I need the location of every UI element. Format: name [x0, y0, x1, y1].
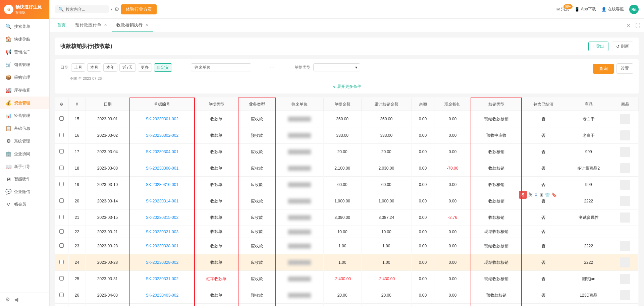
col-checkbox[interactable]: [55, 177, 68, 193]
page-content: 收款核销执行(按收款) ↑ 导出 ↺ 刷新 日期 上月 本月: [50, 32, 644, 306]
col-checkbox[interactable]: [55, 144, 68, 160]
date-btn-7days[interactable]: 近7天: [119, 63, 136, 72]
col-checkbox[interactable]: [55, 193, 68, 209]
user-avatar[interactable]: Rit: [629, 5, 639, 14]
doc-no-link[interactable]: SK-20230308-001: [146, 166, 178, 171]
col-checkbox[interactable]: [55, 160, 68, 177]
doc-no-link[interactable]: SK-20230403-002: [146, 293, 178, 298]
col-checkbox[interactable]: [55, 238, 68, 254]
topbar-gear-icon[interactable]: ⚙: [114, 6, 119, 12]
doc-no-link[interactable]: SK-20230304-001: [146, 149, 178, 154]
settings-bottom-icon[interactable]: ⚙: [5, 296, 10, 303]
doc-no-link[interactable]: SK-20230314-001: [146, 199, 178, 203]
doc-no-link[interactable]: SK-20230321-003: [146, 230, 178, 234]
sidebar-item-member[interactable]: V 畅会员: [0, 198, 49, 210]
refresh-button[interactable]: ↺ 刷新: [612, 42, 633, 51]
row-checkbox[interactable]: [59, 229, 64, 234]
unit-filter-input[interactable]: [191, 63, 251, 71]
export-button[interactable]: ↑ 导出: [588, 42, 608, 51]
row-checkbox[interactable]: [59, 276, 64, 281]
table-container[interactable]: ⚙ # 日期 单据编号 单据类型 业务类型 往来单位 单据金额 累计核销金额 余…: [55, 98, 639, 306]
date-btn-this-year[interactable]: 本年: [103, 63, 117, 72]
sidebar-item-wechat[interactable]: 💬 企业微信: [0, 185, 49, 198]
message-button[interactable]: ✉ 消息 99+: [556, 6, 569, 12]
col-product-img: [612, 111, 639, 127]
row-checkbox[interactable]: [59, 149, 64, 154]
col-no: 24: [68, 254, 86, 271]
collapse-icon[interactable]: ◀: [14, 296, 18, 303]
row-checkbox[interactable]: [59, 243, 64, 248]
sidebar-item-basic-info[interactable]: 📋 基础信息: [0, 122, 49, 135]
doc-no-link[interactable]: SK-20230331-002: [146, 277, 178, 281]
row-checkbox[interactable]: [59, 133, 64, 137]
app-download-button[interactable]: 📱 App下载: [575, 6, 596, 12]
col-checkbox[interactable]: [55, 226, 68, 238]
col-biztype: 应收款: [238, 209, 275, 226]
doc-no-link[interactable]: SK-20230328-001: [146, 244, 178, 248]
doc-no-link[interactable]: SK-20230328-002: [146, 260, 178, 265]
date-btn-last-month[interactable]: 上月: [71, 63, 85, 72]
sidebar-item-search-menu[interactable]: 🔍 搜索菜单: [0, 20, 49, 33]
col-biztype: 应收款: [238, 226, 275, 238]
tab-home[interactable]: 首页: [52, 19, 70, 32]
sidebar-item-hardware[interactable]: 🖥 智能硬件: [0, 173, 49, 185]
sidebar-item-sales[interactable]: 🛒 销售管理: [0, 58, 49, 71]
expand-filter-button[interactable]: ∨ 展开更多条件: [60, 84, 633, 89]
col-settings-header[interactable]: ⚙: [55, 98, 68, 111]
row-checkbox[interactable]: [59, 116, 64, 121]
row-checkbox[interactable]: [59, 293, 64, 297]
doc-no-link[interactable]: SK-20230315-002: [146, 215, 178, 220]
filter-settings-button[interactable]: 设置: [616, 63, 633, 74]
sidebar-item-purchase[interactable]: 📦 采购管理: [0, 71, 49, 84]
doc-no-link[interactable]: SK-20230301-002: [146, 117, 178, 121]
col-checkbox[interactable]: [55, 271, 68, 287]
sidebar-item-inventory[interactable]: 🏭 库存核算: [0, 84, 49, 97]
row-checkbox[interactable]: [59, 260, 64, 264]
sidebar-item-finance[interactable]: 💰 资金管理: [0, 97, 49, 109]
table-row: 262023-04-03SK-20230403-002收款单预收款███████…: [55, 287, 639, 304]
query-button[interactable]: 查询: [593, 64, 614, 74]
col-checkbox[interactable]: [55, 111, 68, 127]
col-product: [565, 226, 612, 238]
tab-prepayment[interactable]: 预付款应付单 ✕: [70, 19, 112, 32]
sidebar-item-enterprise[interactable]: 🏢 企业协同: [0, 147, 49, 160]
online-service-button[interactable]: 👤 在线客服: [601, 6, 624, 12]
col-balance: 0.00: [411, 226, 434, 238]
col-balance: 0.00: [411, 271, 434, 287]
col-checkbox[interactable]: [55, 287, 68, 304]
topbar-search-input[interactable]: [66, 7, 99, 12]
sidebar-item-marketing[interactable]: 📢 营销推广: [0, 46, 49, 58]
row-checkbox[interactable]: [59, 198, 64, 203]
column-settings-icon[interactable]: ⚙: [60, 102, 63, 107]
watermark-shirt-icon: 👕: [545, 192, 550, 197]
col-biztype: 预收款: [238, 287, 275, 304]
tab-close-all-icon[interactable]: ✕: [625, 21, 632, 29]
sidebar-item-quick-nav[interactable]: 🏠 快捷导航: [0, 33, 49, 46]
row-checkbox[interactable]: [59, 215, 64, 219]
topbar-search-wrap[interactable]: 🔍: [55, 5, 109, 13]
col-cancel-type: 收款核销: [471, 144, 522, 160]
sidebar-item-guide[interactable]: 📖 新手引导: [0, 160, 49, 173]
doc-no-link[interactable]: SK-20230302-002: [146, 133, 178, 138]
sidebar-item-operations[interactable]: 📊 经营管理: [0, 109, 49, 122]
doc-no-link[interactable]: SK-20230310-001: [146, 182, 178, 187]
date-btn-more[interactable]: 更多: [138, 63, 152, 72]
col-checkbox[interactable]: [55, 304, 68, 306]
tab-prepayment-close[interactable]: ✕: [104, 23, 107, 27]
date-btn-custom[interactable]: 自定义: [154, 63, 172, 72]
row-checkbox[interactable]: [59, 182, 64, 186]
tab-receipt-cancel-close[interactable]: ✕: [145, 23, 148, 27]
col-balance: 0.00: [411, 287, 434, 304]
tab-receipt-cancel[interactable]: 收款核销执行 ✕: [112, 19, 153, 32]
type-filter-select[interactable]: ▾: [313, 63, 360, 71]
date-btn-this-month[interactable]: 本月: [87, 63, 101, 72]
marketing-icon: 📢: [5, 49, 11, 55]
tab-expand-icon[interactable]: ⛶: [634, 21, 641, 29]
col-checkbox[interactable]: [55, 127, 68, 144]
solution-button[interactable]: 体验行业方案: [121, 4, 157, 14]
row-checkbox[interactable]: [59, 166, 64, 170]
col-checkbox[interactable]: [55, 209, 68, 226]
sidebar-item-system[interactable]: ⚙ 系统管理: [0, 135, 49, 147]
col-checkbox[interactable]: [55, 254, 68, 271]
topbar-dropdown-icon[interactable]: ▾: [111, 7, 112, 11]
